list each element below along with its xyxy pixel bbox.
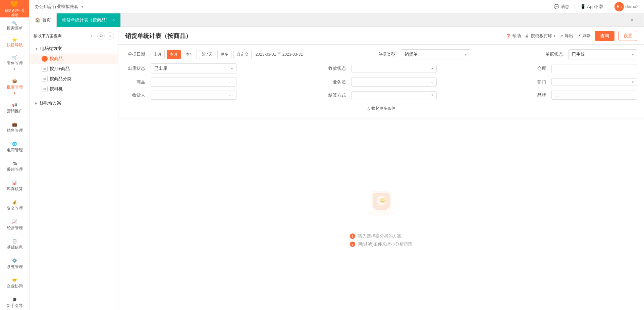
- sidebar-item-wholesale[interactable]: 📦 批发管理 ▲: [0, 75, 29, 99]
- page-header: 销货单统计表（按商品） ❓ 帮助 🖨 按模板打印 ▾ ↗ 导出: [118, 27, 644, 45]
- sidebar-item-guide[interactable]: 🎓 新手引导: [0, 293, 29, 310]
- out-status-select[interactable]: 已出库 ▾: [151, 63, 236, 73]
- message-icon: 💬: [554, 4, 559, 9]
- svg-rect-5: [375, 208, 387, 210]
- date-btn-last-month[interactable]: 上月: [151, 50, 165, 59]
- date-btn-7days[interactable]: 近7天: [199, 50, 215, 59]
- tree-child-by-month-product[interactable]: ⊞ 按月+商品: [30, 64, 118, 74]
- product-select[interactable]: ···: [151, 78, 236, 87]
- home-icon: 🏠: [35, 17, 40, 22]
- date-btn-custom[interactable]: 自定义: [233, 50, 252, 59]
- avatar: Ea: [614, 2, 624, 11]
- date-btn-this-month[interactable]: 本月: [167, 50, 181, 59]
- filter-row-1: 单据日期 上月 本月 本年 近7天 更多 自定义 2023-03-01 至 20…: [125, 49, 637, 59]
- by-category-icon: ⊞: [42, 76, 48, 82]
- out-status-chevron-icon: ▾: [231, 67, 233, 70]
- tree-child-by-category[interactable]: ⊞ 按商品分类: [30, 74, 118, 84]
- date-btn-more[interactable]: 更多: [217, 50, 231, 59]
- refresh-button[interactable]: ↺ 刷新: [577, 33, 591, 39]
- system-icon: ⚙️: [12, 258, 17, 263]
- tab-sales-report[interactable]: 销货单统计表（按商品） ✕: [57, 13, 121, 27]
- hint-num-2: 2: [350, 242, 355, 247]
- topbar: 办公用品行业模拟账套 ▾ 💬 消息 📱 App下载 Ea demo2: [30, 0, 644, 13]
- quick-nav[interactable]: ⭐ 快捷导航: [0, 35, 29, 51]
- date-btn-this-year[interactable]: 本年: [183, 50, 197, 59]
- app-name: 畅捷通好生意: [5, 9, 25, 13]
- warehouse-select[interactable]: ...: [551, 64, 637, 73]
- salesperson-dots[interactable]: ···: [430, 80, 433, 85]
- recipient-select[interactable]: ···: [151, 91, 236, 100]
- payment-chevron-icon: ▾: [431, 93, 433, 97]
- sidebar-item-system[interactable]: ⚙️ 系统管理: [0, 254, 29, 274]
- print-button[interactable]: 🖨 按模板打印 ▾: [525, 33, 555, 39]
- mobile-section: ▶ 移动端方案: [30, 96, 118, 110]
- collapse-panel-button[interactable]: «: [107, 32, 114, 40]
- divider2: [609, 4, 609, 9]
- sidebar-item-retail[interactable]: 🛒 零售管理 ▼: [0, 51, 29, 75]
- date-range-display: 2023-03-01 至 2023-03-31: [256, 52, 303, 57]
- search-menu[interactable]: 🔍 搜索菜单: [0, 17, 29, 35]
- workspace-dropdown-icon: ▾: [81, 4, 84, 9]
- settings-scheme-button[interactable]: ⚙: [97, 32, 105, 40]
- empty-state: 😊 1 请先选择要分析的方案 2 用[过滤]条件来缩小分析范围: [118, 118, 644, 310]
- tree-parent-desktop[interactable]: ▼ 电脑端方案: [30, 44, 118, 54]
- collect-status-select[interactable]: ▾: [351, 65, 437, 72]
- page-actions: ❓ 帮助 🖨 按模板打印 ▾ ↗ 导出 ↺ 刷新: [505, 31, 637, 41]
- message-button[interactable]: 💬 消息: [554, 4, 569, 10]
- export-icon: ↗: [559, 34, 563, 39]
- add-scheme-button[interactable]: +: [88, 32, 95, 40]
- tree-child-by-product[interactable]: 按商品: [30, 54, 118, 64]
- dept-label: 部门: [526, 79, 546, 85]
- left-panel-header: 按以下方案查询 + ⚙ «: [30, 30, 118, 42]
- settings-button[interactable]: 设置: [619, 31, 637, 41]
- date-buttons-group: 上月 本月 本年 近7天 更多 自定义 2023-03-01 至 2023-03…: [151, 50, 303, 59]
- recipient-dots[interactable]: ···: [229, 93, 233, 98]
- right-panel: 销货单统计表（按商品） ❓ 帮助 🖨 按模板打印 ▾ ↗ 导出: [118, 27, 644, 310]
- operations-icon: 📈: [12, 219, 17, 224]
- by-product-icon: [42, 56, 48, 62]
- export-button[interactable]: ↗ 导出: [559, 33, 573, 39]
- help-button[interactable]: ❓ 帮助: [505, 33, 521, 39]
- doc-type-select[interactable]: 销货单 ▾: [401, 49, 470, 59]
- app-download-button[interactable]: 📱 App下载: [580, 4, 603, 10]
- tab-close-icon[interactable]: ✕: [112, 18, 115, 22]
- brand-select[interactable]: ...: [551, 91, 637, 100]
- sidebar-item-ecommerce[interactable]: 🌐 电商管理: [0, 138, 29, 157]
- app-subtitle: 标版: [11, 13, 18, 17]
- app-logo[interactable]: 🧡 畅捷通好生意 标版: [0, 0, 29, 17]
- doc-type-label: 单据类型: [375, 51, 395, 57]
- tab-home[interactable]: 🏠 首页: [30, 13, 57, 27]
- doc-status-select[interactable]: 已生效 ▾: [568, 49, 637, 59]
- doc-status-value: 已生效: [572, 51, 585, 57]
- workspace-selector[interactable]: 办公用品行业模拟账套 ▾: [35, 4, 84, 10]
- tree-parent-label: 电脑端方案: [40, 46, 62, 52]
- sidebar-item-sales[interactable]: 💼 销售管理: [0, 118, 29, 138]
- help-icon: ❓: [505, 34, 511, 39]
- window-close-icon[interactable]: ✕: [630, 17, 634, 23]
- sidebar-item-inventory[interactable]: 📊 库存核算: [0, 176, 29, 196]
- logo-icon: 🧡: [10, 0, 19, 8]
- tree-parent-mobile-label: 移动端方案: [40, 100, 61, 106]
- sidebar-item-operations[interactable]: 📈 经营管理: [0, 215, 29, 235]
- tree-child-by-cashier[interactable]: ⊞ 按司机: [30, 84, 118, 94]
- sidebar-item-basic[interactable]: 📋 基础信息: [0, 235, 29, 254]
- sidebar-item-enterprise[interactable]: 🤝 企业协同: [0, 274, 29, 293]
- tree-parent-mobile[interactable]: ▶ 移动端方案: [30, 98, 118, 108]
- enterprise-icon: 🤝: [12, 278, 17, 282]
- sidebar-item-finance[interactable]: 💰 资金管理: [0, 196, 29, 215]
- product-dots[interactable]: ···: [229, 80, 233, 85]
- sidebar-item-procurement[interactable]: 🛍 采购管理: [0, 157, 29, 176]
- user-menu[interactable]: Ea demo2: [614, 2, 639, 11]
- collapse-bar[interactable]: ∧ 收起更多条件: [125, 104, 637, 113]
- payment-label: 结算方式: [326, 92, 346, 98]
- collect-status-chevron-icon: ▾: [431, 67, 433, 70]
- out-status-value: 已出库: [154, 65, 167, 71]
- query-button[interactable]: 查询: [595, 31, 614, 41]
- date-label: 单据日期: [125, 51, 145, 57]
- sidebar-item-marketing[interactable]: 📢 营销推广: [0, 99, 29, 118]
- salesperson-select[interactable]: ···: [351, 78, 437, 87]
- window-expand-icon[interactable]: ⛶: [637, 17, 641, 23]
- payment-select[interactable]: ▾: [351, 91, 437, 99]
- dept-select[interactable]: ▾: [551, 78, 637, 86]
- refresh-icon: ↺: [577, 34, 581, 39]
